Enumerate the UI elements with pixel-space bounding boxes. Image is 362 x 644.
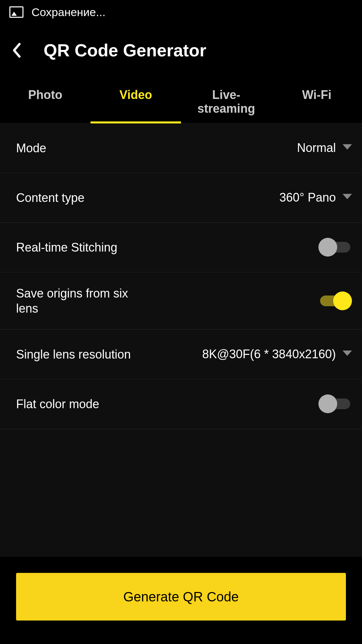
tab-photo[interactable]: Photo: [0, 80, 90, 123]
tab-wifi[interactable]: Wi-Fi: [272, 80, 362, 123]
setting-content-type-label: Content type: [16, 190, 84, 205]
setting-realtime-stitching: Real-time Stitching: [0, 223, 362, 272]
svg-marker-1: [343, 194, 352, 199]
setting-mode-value: Normal: [297, 141, 336, 155]
setting-content-type-value-wrap: 360° Pano: [279, 191, 352, 205]
chevron-down-icon: [343, 351, 352, 358]
setting-mode[interactable]: Mode Normal: [0, 123, 362, 173]
fill-area: [0, 429, 362, 563]
header: QR Code Generator: [0, 24, 362, 80]
setting-flat-color-mode-label: Flat color mode: [16, 396, 99, 412]
back-icon[interactable]: [10, 44, 23, 57]
setting-single-lens-resolution-label: Single lens resolution: [16, 347, 131, 362]
setting-flat-color-mode: Flat color mode: [0, 379, 362, 429]
svg-marker-2: [343, 351, 352, 356]
setting-content-type[interactable]: Content type 360° Pano: [0, 173, 362, 223]
generate-qr-button[interactable]: Generate QR Code: [16, 573, 346, 621]
svg-marker-0: [343, 144, 352, 150]
tab-video[interactable]: Video: [90, 80, 181, 123]
setting-save-origins-label: Save origins from six lens: [16, 286, 137, 316]
toggle-save-origins[interactable]: [318, 291, 352, 310]
toggle-flat-color-mode[interactable]: [318, 394, 352, 413]
settings-list: Mode Normal Content type 360° Pano Real-…: [0, 123, 362, 429]
image-save-icon: [9, 6, 23, 18]
status-bar: Сохранение...: [0, 0, 362, 24]
setting-realtime-stitching-label: Real-time Stitching: [16, 240, 117, 255]
page-title: QR Code Generator: [44, 40, 206, 60]
setting-single-lens-resolution[interactable]: Single lens resolution 8K@30F(6 * 3840x2…: [0, 330, 362, 379]
tabs: Photo Video Live- streaming Wi-Fi: [0, 80, 362, 123]
setting-mode-value-wrap: Normal: [297, 141, 352, 155]
chevron-down-icon: [343, 194, 352, 201]
setting-content-type-value: 360° Pano: [279, 191, 336, 205]
status-saving-text: Сохранение...: [32, 6, 106, 19]
setting-mode-label: Mode: [16, 141, 46, 156]
toggle-realtime-stitching[interactable]: [318, 238, 352, 257]
bottom-action-area: Generate QR Code: [0, 557, 362, 644]
setting-save-origins: Save origins from six lens: [0, 272, 362, 330]
setting-single-lens-resolution-value-wrap: 8K@30F(6 * 3840x2160): [202, 347, 352, 361]
tab-livestreaming[interactable]: Live- streaming: [181, 80, 272, 123]
setting-single-lens-resolution-value: 8K@30F(6 * 3840x2160): [202, 347, 336, 361]
chevron-down-icon: [343, 144, 352, 152]
